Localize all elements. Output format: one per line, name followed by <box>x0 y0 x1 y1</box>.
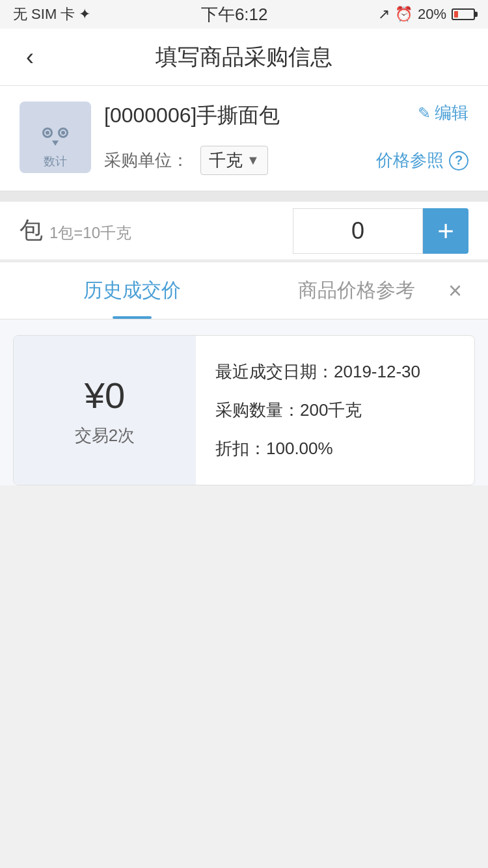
price-right: 最近成交日期：2019-12-30 采购数量：200千克 折扣：100.00% <box>196 336 474 485</box>
recent-date-row: 最近成交日期：2019-12-30 <box>215 359 455 385</box>
product-name: [0000006]手撕面包 <box>104 102 280 130</box>
battery-percent: 20% <box>418 6 446 23</box>
bottom-sheet: 历史成交价 商品价格参考 × ¥0 交易2次 最近成交日期：2019-12-30… <box>0 262 488 485</box>
product-thumbnail: 数计 <box>20 102 91 173</box>
owl-label: 数计 <box>44 154 67 169</box>
quantity-unit-info: 包 1包=10千克 <box>20 215 131 247</box>
help-icon: ? <box>449 151 468 170</box>
tab-product-price-ref[interactable]: 商品价格参考 <box>244 262 468 319</box>
edit-icon: ✎ <box>418 104 431 122</box>
price-card: ¥0 交易2次 最近成交日期：2019-12-30 采购数量：200千克 折扣：… <box>13 335 475 485</box>
status-time: 下午6:12 <box>201 3 268 26</box>
alarm-icon: ⏰ <box>395 6 413 23</box>
tab-history-price[interactable]: 历史成交价 <box>20 262 244 319</box>
dropdown-arrow-icon: ▼ <box>247 153 260 168</box>
tab-history-price-label: 历史成交价 <box>83 277 181 304</box>
price-left: ¥0 交易2次 <box>14 336 196 485</box>
price-ref-label: 价格参照 <box>376 149 444 172</box>
sim-status: 无 SIM 卡 ✦ <box>13 5 90 24</box>
main-content: 数计 [0000006]手撕面包 ✎ 编辑 采购单位： 千克 ▼ <box>0 86 488 868</box>
edit-button[interactable]: ✎ 编辑 <box>418 102 468 124</box>
nav-bar: ‹ 填写商品采购信息 <box>0 29 488 86</box>
section-divider <box>0 191 488 202</box>
price-amount: ¥0 <box>85 374 125 416</box>
edit-label: 编辑 <box>435 102 468 124</box>
purchase-qty-value: 200千克 <box>300 400 362 420</box>
quantity-row: 包 1包=10千克 0 + <box>0 202 488 260</box>
price-trade-count: 交易2次 <box>75 424 135 447</box>
battery-icon <box>452 8 475 20</box>
product-card: 数计 [0000006]手撕面包 ✎ 编辑 采购单位： 千克 ▼ <box>0 86 488 191</box>
price-value: 0 <box>105 375 125 416</box>
conversion-unit: 包 <box>20 215 43 247</box>
status-left: 无 SIM 卡 ✦ <box>13 5 90 24</box>
recent-date-value: 2019-12-30 <box>334 362 420 381</box>
status-right: ↗ ⏰ 20% <box>378 6 475 23</box>
discount-label: 折扣： <box>215 439 266 458</box>
status-bar: 无 SIM 卡 ✦ 下午6:12 ↗ ⏰ 20% <box>0 0 488 29</box>
unit-select[interactable]: 千克 ▼ <box>200 146 268 175</box>
location-icon: ↗ <box>378 6 390 23</box>
product-info: [0000006]手撕面包 ✎ 编辑 采购单位： 千克 ▼ <box>104 102 468 175</box>
unit-label: 采购单位： <box>104 149 189 172</box>
purchase-qty-row: 采购数量：200千克 <box>215 398 455 423</box>
quantity-input-group: 0 + <box>293 208 468 254</box>
price-currency: ¥ <box>85 375 105 416</box>
tab-product-price-ref-label: 商品价格参考 <box>298 277 415 304</box>
conversion-note: 1包=10千克 <box>49 223 131 243</box>
unit-value: 千克 <box>209 149 243 172</box>
recent-date-label: 最近成交日期： <box>215 362 334 381</box>
owl-icon <box>42 128 68 147</box>
price-ref-button[interactable]: 价格参照 ? <box>376 149 468 172</box>
tab-bar: 历史成交价 商品价格参考 × <box>0 262 488 319</box>
quantity-input[interactable]: 0 <box>293 208 423 254</box>
purchase-qty-label: 采购数量： <box>215 400 300 420</box>
close-button[interactable]: × <box>442 271 468 311</box>
discount-row: 折扣：100.00% <box>215 436 455 461</box>
discount-value: 100.00% <box>266 439 333 458</box>
page-title: 填写商品采购信息 <box>156 42 332 72</box>
back-button[interactable]: ‹ <box>20 37 40 77</box>
quantity-plus-button[interactable]: + <box>423 208 468 254</box>
